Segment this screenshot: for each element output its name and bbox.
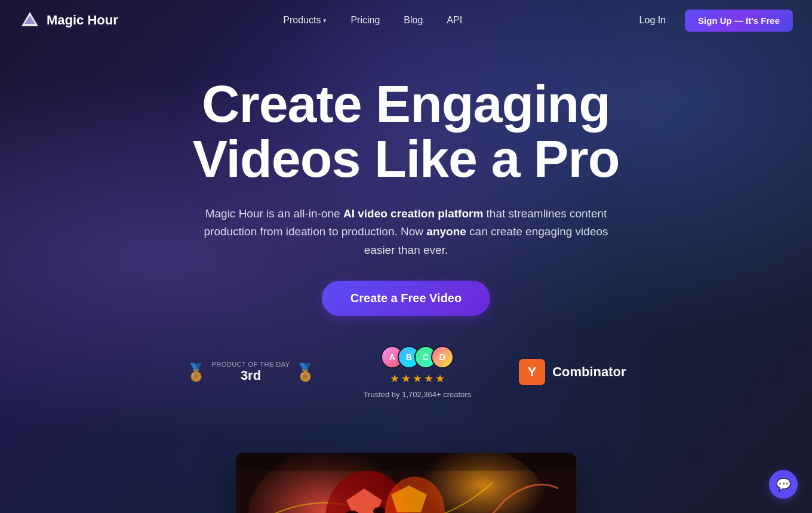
subtitle-bold2: anyone [426,225,466,238]
avatar-group: A B C D [381,346,454,368]
star-icon: ★ [413,372,422,385]
yc-logo-icon: Y [519,359,545,385]
avatar: D [431,346,454,368]
nav-api[interactable]: API [437,10,472,30]
laurel-left-icon: 🏅 [186,363,207,382]
logo-link[interactable]: Magic Hour [19,10,118,31]
yc-badge: Y Combinator [519,359,626,385]
product-hunt-badge: 🏅 Product of the day 3rd 🏅 [186,361,315,383]
hero-title: Create Engaging Videos Like a Pro [78,76,734,187]
star-icon: ★ [401,372,411,385]
hero-section: Create Engaging Videos Like a Pro Magic … [0,41,812,423]
chat-icon: 💬 [776,477,791,492]
video-svg-art [236,453,576,513]
ph-label: Product of the day [211,361,290,368]
laurel-right-icon: 🏅 [295,363,316,382]
star-icon: ★ [424,372,433,385]
nav-center: Products ▾ Pricing Blog API [273,10,472,30]
star-icon: ★ [390,372,399,385]
ph-badge-content: Product of the day 3rd [211,361,290,383]
hero-subtitle: Magic Hour is an all-in-one AI video cre… [203,205,609,259]
subtitle-prefix: Magic Hour is an all-in-one [205,207,343,220]
trust-section: A B C D ★ ★ ★ ★ ★ Trusted by 1,702,364+ … [364,346,472,399]
pricing-label: Pricing [350,15,380,26]
cta-button[interactable]: Create a Free Video [322,281,490,316]
star-icon: ★ [435,372,445,385]
hero-title-line2: Videos Like a Pro [192,129,619,188]
blog-label: Blog [404,15,423,26]
trust-text: Trusted by 1,702,364+ creators [364,390,472,399]
video-thumbnail [236,453,576,513]
nav-products[interactable]: Products ▾ [273,10,336,30]
nav-right: Log In Sign Up — It's Free [628,10,793,32]
subtitle-bold1: AI video creation platform [343,207,483,220]
nav-blog[interactable]: Blog [394,10,432,30]
nav-pricing[interactable]: Pricing [341,10,389,30]
api-label: API [447,15,462,26]
video-preview [0,453,812,513]
svg-rect-12 [236,453,576,471]
signup-button[interactable]: Sign Up — It's Free [685,10,793,32]
login-button[interactable]: Log In [628,10,678,30]
hero-title-line1: Create Engaging [202,74,610,133]
social-proof: 🏅 Product of the day 3rd 🏅 A B C D ★ ★ [12,346,800,399]
video-container[interactable] [236,453,576,513]
chat-widget[interactable]: 💬 [769,470,798,499]
stars-row: ★ ★ ★ ★ ★ [390,372,445,385]
ph-rank: 3rd [211,368,290,383]
yc-text: Combinator [552,364,626,380]
logo-icon [19,10,41,31]
navbar: Magic Hour Products ▾ Pricing Blog API L… [0,0,812,41]
chevron-down-icon: ▾ [323,17,327,24]
yc-letter: Y [528,364,537,380]
products-label: Products [283,15,321,26]
logo-text: Magic Hour [47,13,118,28]
